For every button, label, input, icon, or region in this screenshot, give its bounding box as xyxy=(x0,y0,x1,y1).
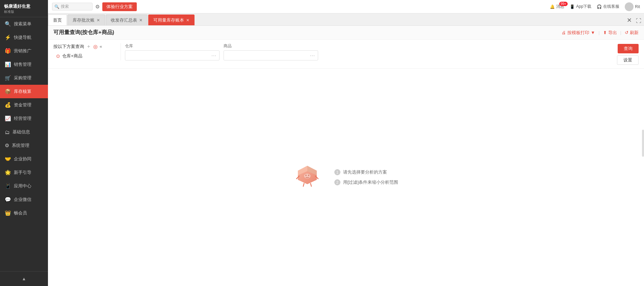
warehouse-label: 仓库 xyxy=(125,43,220,49)
hint-num-2: 2 xyxy=(334,179,340,185)
sidebar-item-应用中心[interactable]: 📱应用中心 xyxy=(0,179,48,193)
warehouse-input[interactable] xyxy=(128,53,210,58)
sidebar-item-销售管理[interactable]: 📊销售管理 xyxy=(0,58,48,71)
sidebar-label-1: 快捷导航 xyxy=(14,34,31,41)
main-area: 🔍 搜索 ⚙ 体验行业方案 🔔 消息 99+ 📱 App下载 🎧 在线客服 Ri… xyxy=(48,0,644,286)
sidebar-item-经营管理[interactable]: 📈经营管理 xyxy=(0,112,48,125)
scheme-label: 按以下方案查询 xyxy=(53,44,84,50)
sidebar-label-10: 企业协同 xyxy=(14,156,31,162)
sidebar-item-资金管理[interactable]: 💰资金管理 xyxy=(0,98,48,112)
scheme-collapse-icon[interactable]: « xyxy=(100,44,102,49)
scheme-add-icon[interactable]: ＋ xyxy=(86,43,91,50)
app-download-btn[interactable]: 📱 App下载 xyxy=(570,4,591,9)
sidebar-item-采购管理[interactable]: 🛒采购管理 xyxy=(0,71,48,85)
scroll-indicator[interactable] xyxy=(642,130,644,157)
sidebar-item-系统管理[interactable]: ⚙系统管理 xyxy=(0,139,48,152)
sidebar-icon-13: 💬 xyxy=(5,197,11,203)
template-print-btn[interactable]: 🖨 按模板打印 ▼ xyxy=(562,30,595,36)
page-title: 可用量查询(按仓库+商品) xyxy=(53,29,114,36)
sidebar-item-畅会员[interactable]: 👑畅会员 xyxy=(0,206,48,220)
brand: 畅康通好生意 标准版 xyxy=(0,0,48,17)
tab-0[interactable]: 首页 xyxy=(48,15,67,25)
sidebar-label-0: 搜索菜单 xyxy=(14,21,31,27)
sidebar-item-搜索菜单[interactable]: 🔍搜索菜单 xyxy=(0,17,48,31)
warehouse-input-wrap[interactable]: ··· xyxy=(125,50,220,60)
goods-input[interactable] xyxy=(227,53,309,58)
sidebar-bottom: ▲ xyxy=(0,271,48,286)
user-profile[interactable]: Rit xyxy=(625,2,640,11)
svg-line-6 xyxy=(303,183,304,186)
sidebar-icon-11: 🌟 xyxy=(5,170,11,176)
refresh-icon: ↺ xyxy=(625,30,628,35)
svg-point-4 xyxy=(305,175,306,176)
tab-3[interactable]: 可用量库存账本✕ xyxy=(148,15,195,25)
svg-line-7 xyxy=(310,183,311,186)
chevron-down-icon[interactable]: ▼ xyxy=(591,30,595,35)
export-btn[interactable]: ⬆ 导出 xyxy=(603,30,617,36)
sidebar-item-新手引导[interactable]: 🌟新手引导 xyxy=(0,166,48,179)
empty-hint-1: 1 请先选择要分析的方案 xyxy=(334,169,398,175)
goods-input-wrap[interactable]: ··· xyxy=(224,50,318,60)
divider1: | xyxy=(598,30,599,35)
scheme-item-icon: ⊙ xyxy=(56,53,60,59)
page-header: 可用量查询(按仓库+商品) 🖨 按模板打印 ▼ | ⬆ 导出 | ↺ 刷新 xyxy=(48,26,644,40)
tab-label-2: 收发存汇总表 xyxy=(111,17,137,23)
tab-label-3: 可用量库存账本 xyxy=(153,17,184,23)
sidebar-label-3: 销售管理 xyxy=(14,61,31,68)
sidebar-label-4: 采购管理 xyxy=(14,75,31,81)
sidebar-icon-9: ⚙ xyxy=(5,142,9,149)
goods-label: 商品 xyxy=(224,43,318,49)
tab-2[interactable]: 收发存汇总表✕ xyxy=(106,15,148,25)
notification-btn[interactable]: 🔔 消息 99+ xyxy=(550,4,564,9)
close-tab-icon[interactable]: ✕ xyxy=(627,17,632,24)
template-print-label: 按模板打印 xyxy=(567,30,589,36)
scheme-item-warehouse-goods[interactable]: ⊙ 仓库+商品 xyxy=(53,52,117,60)
search-icon: 🔍 xyxy=(54,4,59,9)
refresh-btn[interactable]: ↺ 刷新 xyxy=(625,30,639,36)
settings-icon[interactable]: ⚙ xyxy=(95,4,100,10)
headset-icon: 🎧 xyxy=(597,4,602,9)
sidebar-item-快捷导航[interactable]: ⚡快捷导航 xyxy=(0,31,48,44)
online-service-label: 在线客服 xyxy=(603,4,619,9)
filter-scheme: 按以下方案查询 ＋ ◎ « ⊙ 仓库+商品 xyxy=(53,43,121,60)
warehouse-dots-icon[interactable]: ··· xyxy=(211,53,216,58)
goods-dots-icon[interactable]: ··· xyxy=(310,53,315,58)
topbar-search[interactable]: 🔍 搜索 xyxy=(52,3,93,10)
notification-badge: 99+ xyxy=(559,2,568,6)
sidebar-item-企业协同[interactable]: 🤝企业协同 xyxy=(0,152,48,166)
sidebar-icon-3: 📊 xyxy=(5,61,11,68)
filter-scheme-header: 按以下方案查询 ＋ ◎ « xyxy=(53,43,117,50)
tabbar: 首页库存批次账✕收发存汇总表✕可用量库存账本✕✕ ⛶ xyxy=(48,14,644,26)
query-button[interactable]: 查询 xyxy=(618,44,639,53)
sidebar-item-基础信息[interactable]: 🗂基础信息 xyxy=(0,125,48,139)
bell-icon: 🔔 xyxy=(550,4,555,9)
tab-close-1[interactable]: ✕ xyxy=(97,18,100,23)
trial-button[interactable]: 体验行业方案 xyxy=(102,2,137,11)
avatar xyxy=(625,2,634,11)
sidebar-icon-5: 📦 xyxy=(5,88,11,95)
sidebar-label-13: 企业微信 xyxy=(14,197,31,203)
export-label: 导出 xyxy=(608,30,617,36)
sidebar-item-营销推广[interactable]: 🎁营销推广 xyxy=(0,44,48,58)
filter-area: 按以下方案查询 ＋ ◎ « ⊙ 仓库+商品 仓库 ··· xyxy=(48,40,644,69)
sidebar-scroll-up[interactable]: ▲ xyxy=(0,274,48,283)
sidebar-icon-12: 📱 xyxy=(5,183,11,189)
tab-label-0: 首页 xyxy=(53,17,62,23)
sidebar-item-企业微信[interactable]: 💬企业微信 xyxy=(0,193,48,206)
tab-1[interactable]: 库存批次账✕ xyxy=(68,15,105,25)
online-service-btn[interactable]: 🎧 在线客服 xyxy=(597,4,619,9)
sidebar: 畅康通好生意 标准版 🔍搜索菜单⚡快捷导航🎁营销推广📊销售管理🛒采购管理📦库存核… xyxy=(0,0,48,286)
sidebar-item-库存核算[interactable]: 📦库存核算 xyxy=(0,85,48,98)
hint-text-1: 请先选择要分析的方案 xyxy=(343,169,387,175)
empty-image xyxy=(294,160,328,194)
scheme-setting-icon[interactable]: ◎ xyxy=(93,44,98,50)
sidebar-label-7: 经营管理 xyxy=(14,115,31,122)
setting-button[interactable]: 设置 xyxy=(617,55,639,65)
expand-icon[interactable]: ⛶ xyxy=(636,18,641,24)
tab-close-2[interactable]: ✕ xyxy=(139,18,143,23)
phone-icon: 📱 xyxy=(570,4,575,9)
tab-close-3[interactable]: ✕ xyxy=(186,18,189,23)
divider2: | xyxy=(620,30,621,35)
goods-field: 商品 ··· xyxy=(224,43,318,60)
sidebar-label-5: 库存核算 xyxy=(14,88,31,95)
